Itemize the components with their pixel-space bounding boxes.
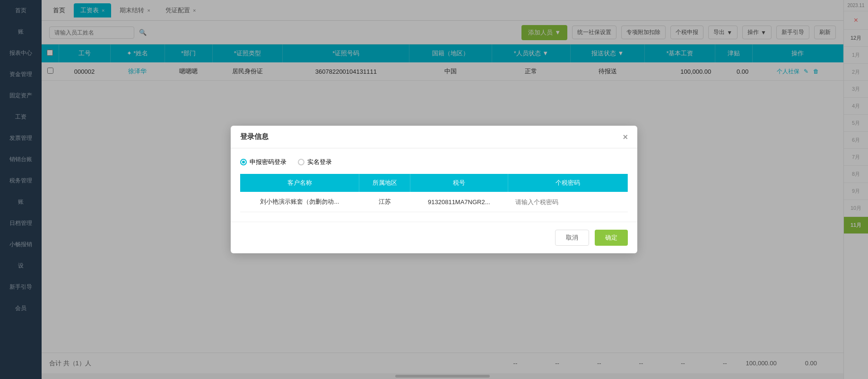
dialog-tax-password-cell[interactable] [508,192,627,212]
dialog-header-client-name: 客户名称 [240,174,359,192]
login-info-dialog: 登录信息 × 申报密码登录 实名登录 客户名称 所属地区 [231,126,637,253]
dialog-header: 登录信息 × [231,126,637,148]
dialog-header-region: 所属地区 [359,174,410,192]
tax-password-input[interactable] [515,198,620,206]
dialog-footer: 取消 确定 [231,222,637,253]
dialog-close-button[interactable]: × [623,133,628,141]
dialog-table-row: 刘小艳演示账套（勿删勿动... 江苏 91320811MA7NGR2... [240,192,628,212]
dialog-tax-no: 91320811MA7NGR2... [410,192,508,212]
radio-password-dot [240,159,247,165]
dialog-region: 江苏 [359,192,410,212]
dialog-header-tax-password: 个税密码 [508,174,627,192]
dialog-title: 登录信息 [240,132,269,141]
radio-password-login[interactable]: 申报密码登录 [240,158,286,166]
radio-realname-dot [298,159,304,165]
dialog-body: 申报密码登录 实名登录 客户名称 所属地区 税号 个税密码 [231,148,637,222]
login-type-radio-group: 申报密码登录 实名登录 [240,158,628,166]
modal-overlay: 登录信息 × 申报密码登录 实名登录 客户名称 所属地区 [0,0,868,379]
dialog-table-header-row: 客户名称 所属地区 税号 个税密码 [240,174,628,192]
cancel-button[interactable]: 取消 [555,230,589,246]
confirm-button[interactable]: 确定 [595,230,628,246]
dialog-client-name: 刘小艳演示账套（勿删勿动... [240,192,359,212]
dialog-header-tax-no: 税号 [410,174,508,192]
dialog-login-table: 客户名称 所属地区 税号 个税密码 刘小艳演示账套（勿删勿动... 江苏 913… [240,174,628,212]
radio-realname-login[interactable]: 实名登录 [298,158,332,166]
